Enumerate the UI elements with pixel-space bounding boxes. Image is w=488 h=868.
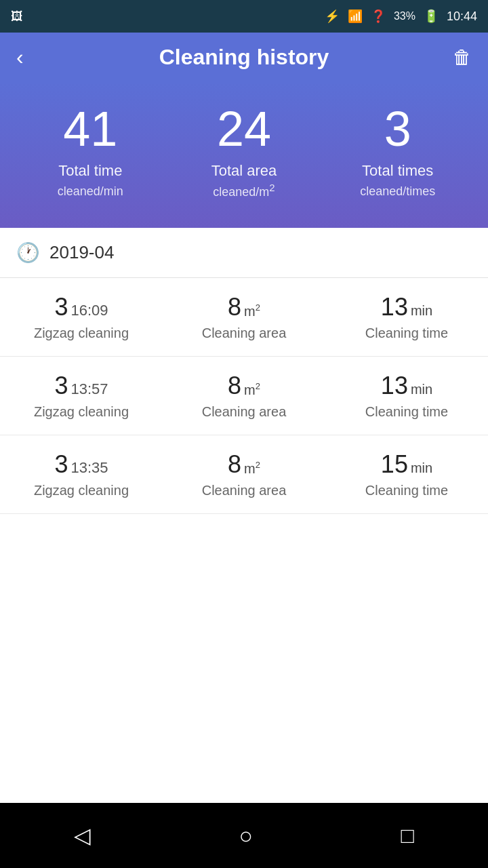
record-duration-value: 15 min [381,450,432,479]
status-icon-image: 🖼 [11,9,23,24]
record-cell-area: 8 m2 Cleaning area [163,369,325,422]
record-area-value: 8 m2 [228,450,260,479]
stat-total-times: 3 Total times cleaned/times [321,102,474,200]
nav-recent-button[interactable] [373,812,441,859]
bottom-nav [0,803,488,868]
record-cell-time: 15 min Cleaning time [325,448,488,501]
status-time: 10:44 [447,9,477,24]
record-day-time: 3 13:35 [54,450,108,479]
record-day-time: 3 13:57 [54,372,108,400]
record-row[interactable]: 3 13:35 Zigzag cleaning 8 m2 Cleaning ar… [0,435,488,514]
nav-home-button[interactable] [212,812,281,860]
delete-button[interactable]: 🗑 [439,46,472,68]
status-bar: 🖼 ⚡ 📶 ❓ 33% 🔋 10:44 [0,0,488,33]
record-duration-label: Cleaning time [365,326,448,341]
wifi-icon: 📶 [348,9,363,24]
unknown-icon: ❓ [371,9,386,24]
record-duration-label: Cleaning time [365,483,448,498]
record-area-label: Cleaning area [202,404,287,420]
record-duration-value: 13 min [381,372,432,400]
record-area-value: 8 m2 [228,293,260,321]
stat-times-label: Total times cleaned/times [360,161,435,200]
record-mode: Zigzag cleaning [34,483,129,498]
record-day-time: 3 16:09 [54,293,108,321]
record-mode: Zigzag cleaning [34,404,129,420]
nav-back-button[interactable] [47,812,118,859]
record-cell-area: 8 m2 Cleaning area [163,448,325,501]
record-duration-label: Cleaning time [365,404,448,420]
record-duration-value: 13 min [381,293,432,321]
record-area-label: Cleaning area [202,326,287,341]
stat-area-value: 24 [217,102,271,156]
record-cell-time: 13 min Cleaning time [325,290,488,344]
record-cell-day: 3 16:09 Zigzag cleaning [0,290,163,344]
stat-total-area: 24 Total area cleaned/m2 [167,102,321,201]
record-area-value: 8 m2 [228,372,260,400]
record-row[interactable]: 3 16:09 Zigzag cleaning 8 m2 Cleaning ar… [0,278,488,357]
stat-time-label: Total time cleaned/min [58,161,123,200]
stat-area-label: Total area cleaned/m2 [211,161,277,201]
month-header: 🕐 2019-04 [0,228,488,278]
record-row[interactable]: 3 13:57 Zigzag cleaning 8 m2 Cleaning ar… [0,357,488,435]
record-mode: Zigzag cleaning [34,326,129,341]
record-cell-day: 3 13:35 Zigzag cleaning [0,448,163,501]
month-label: 2019-04 [49,242,114,263]
stat-times-value: 3 [384,102,411,156]
stats-panel: 41 Total time cleaned/min 24 Total area … [0,82,488,228]
battery-level: 33% [394,10,415,22]
stat-time-value: 41 [63,102,117,156]
record-area-label: Cleaning area [202,483,287,498]
record-cell-day: 3 13:57 Zigzag cleaning [0,369,163,422]
stat-total-time: 41 Total time cleaned/min [14,102,167,200]
app-header: ‹ Cleaning history 🗑 [0,33,488,82]
record-cell-area: 8 m2 Cleaning area [163,290,325,344]
history-section: 🕐 2019-04 3 16:09 Zigzag cleaning 8 m2 C… [0,228,488,803]
bluetooth-icon: ⚡ [325,9,340,24]
page-title: Cleaning history [49,45,439,70]
clock-icon: 🕐 [16,241,40,264]
record-cell-time: 13 min Cleaning time [325,369,488,422]
back-button[interactable]: ‹ [16,45,49,70]
records-list: 3 16:09 Zigzag cleaning 8 m2 Cleaning ar… [0,278,488,514]
battery-icon: 🔋 [424,9,439,24]
